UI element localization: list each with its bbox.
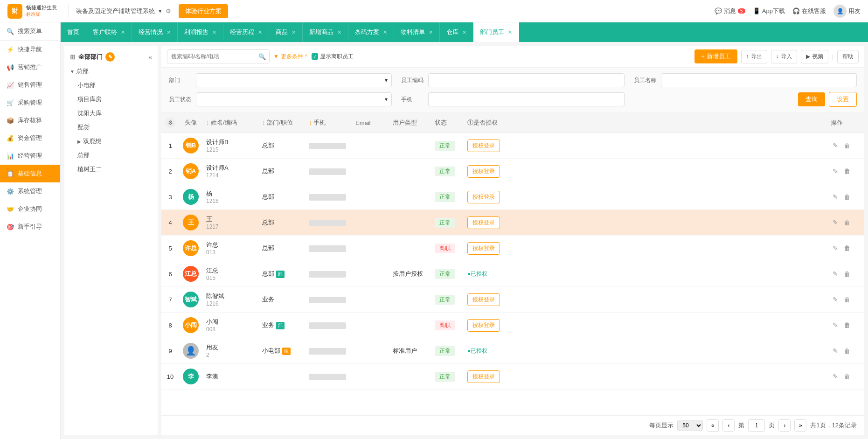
set-btn[interactable]: 设置 xyxy=(829,92,857,107)
auth-login-btn[interactable]: 授权登录 xyxy=(467,216,500,229)
gear-icon[interactable]: ⚙ xyxy=(166,7,171,14)
edit-btn[interactable]: ✎ xyxy=(831,372,840,381)
add-employee-btn[interactable]: + 新增员工 xyxy=(694,49,737,63)
last-page-btn[interactable]: » xyxy=(794,419,806,432)
delete-btn[interactable]: 🗑 xyxy=(842,244,852,253)
tab-business[interactable]: 经营情况 ✕ xyxy=(132,22,178,42)
edit-btn[interactable]: ✎ xyxy=(831,346,840,355)
auth-login-btn[interactable]: 授权登录 xyxy=(467,139,500,152)
delete-btn[interactable]: 🗑 xyxy=(842,295,852,304)
edit-btn[interactable]: ✎ xyxy=(831,244,840,253)
tab-barcode-close[interactable]: ✕ xyxy=(383,29,387,35)
message-btn[interactable]: 💬 消息 5 xyxy=(715,7,745,15)
search-input[interactable] xyxy=(167,49,270,63)
sidebar-item-inventory[interactable]: 📦 库存核算 xyxy=(0,111,60,129)
search-icon[interactable]: 🔍 xyxy=(258,53,266,60)
settings-icon[interactable]: ⚙ xyxy=(165,118,175,128)
trial-button[interactable]: 体验行业方案 xyxy=(179,4,228,18)
edit-btn[interactable]: ✎ xyxy=(831,192,840,202)
sidebar-item-collab[interactable]: 🤝 企业协同 xyxy=(0,200,60,218)
dept-item-xiaodian[interactable]: 小电部 xyxy=(64,78,158,92)
tab-staff-close[interactable]: ✕ xyxy=(508,29,512,35)
edit-btn[interactable]: ✎ xyxy=(831,167,840,176)
page-input[interactable] xyxy=(748,419,765,432)
delete-btn[interactable]: 🗑 xyxy=(842,346,852,355)
delete-btn[interactable]: 🗑 xyxy=(842,372,852,381)
app-download-btn[interactable]: 📱 App下载 xyxy=(753,7,785,15)
auth-login-btn[interactable]: 授权登录 xyxy=(467,293,500,306)
sidebar-item-shortcuts[interactable]: ⚡ 快捷导航 xyxy=(0,41,60,58)
tab-business-close[interactable]: ✕ xyxy=(167,29,171,35)
tab-addgoods-close[interactable]: ✕ xyxy=(337,29,341,35)
more-filter-btn[interactable]: ▼ 更多条件 ^ xyxy=(273,53,308,61)
tab-history-close[interactable]: ✕ xyxy=(258,29,262,35)
edit-btn[interactable]: ✎ xyxy=(831,141,840,150)
delete-btn[interactable]: 🗑 xyxy=(842,321,852,330)
edit-btn[interactable]: ✎ xyxy=(831,218,840,227)
dept-collapse-btn[interactable]: « xyxy=(149,54,152,61)
tab-history[interactable]: 经营历程 ✕ xyxy=(223,22,269,42)
dept-item-peihuo[interactable]: 配货 xyxy=(64,120,158,134)
help-btn[interactable]: 帮助 xyxy=(837,50,859,63)
first-page-btn[interactable]: « xyxy=(707,419,719,432)
tab-customer[interactable]: 客户联络 ✕ xyxy=(86,22,132,42)
dept-item-zongbu[interactable]: 总部 xyxy=(64,148,158,162)
delete-btn[interactable]: 🗑 xyxy=(842,141,852,150)
sidebar-item-marketing[interactable]: 📢 营销推广 xyxy=(0,58,60,76)
prev-page-btn[interactable]: ‹ xyxy=(722,419,735,432)
sidebar-item-finance[interactable]: 💰 资金管理 xyxy=(0,129,60,147)
delete-btn[interactable]: 🗑 xyxy=(842,218,852,227)
tab-warehouse[interactable]: 仓库 ✕ xyxy=(440,22,473,42)
delete-btn[interactable]: 🗑 xyxy=(842,167,852,176)
show-resign-checkbox[interactable]: ✓ xyxy=(312,53,318,60)
tab-goods-close[interactable]: ✕ xyxy=(292,29,296,35)
auth-login-btn[interactable]: 授权登录 xyxy=(467,319,500,332)
tab-warehouse-close[interactable]: ✕ xyxy=(462,29,466,35)
emp-name-input[interactable] xyxy=(661,73,857,87)
sidebar-item-operations[interactable]: 📊 经营管理 xyxy=(0,147,60,165)
tab-customer-close[interactable]: ✕ xyxy=(121,29,125,35)
delete-btn[interactable]: 🗑 xyxy=(842,192,852,202)
edit-btn[interactable]: ✎ xyxy=(831,321,840,330)
tab-profit[interactable]: 利润报告 ✕ xyxy=(178,22,223,42)
sidebar-item-system[interactable]: ⚙️ 系统管理 xyxy=(0,182,60,200)
tab-addgoods[interactable]: 新增商品 ✕ xyxy=(303,22,348,42)
auth-login-btn[interactable]: 授权登录 xyxy=(467,242,500,255)
import-btn[interactable]: ↓ 导入 xyxy=(771,50,797,63)
tab-home[interactable]: 首页 xyxy=(61,22,86,42)
sidebar-item-sales[interactable]: 📈 销售管理 xyxy=(0,76,60,94)
sidebar-item-guide[interactable]: 🎯 新手引导 xyxy=(0,218,60,236)
dept-item-zhishu[interactable]: 植树王二 xyxy=(64,162,158,176)
status-select[interactable]: ▾ xyxy=(196,92,392,106)
emp-code-input[interactable] xyxy=(428,73,624,87)
dept-item-project[interactable]: 项目库房 xyxy=(64,92,158,106)
user-menu[interactable]: 👤 用友 xyxy=(833,5,861,18)
dept-edit-icon[interactable]: ✎ xyxy=(105,52,115,62)
phone-input[interactable] xyxy=(428,92,624,106)
per-page-select[interactable]: 50 100 xyxy=(677,420,703,431)
sidebar-item-basicinfo[interactable]: 📋 基础信息 xyxy=(0,165,60,182)
tab-goods[interactable]: 商品 ✕ xyxy=(269,22,303,42)
tab-bom-close[interactable]: ✕ xyxy=(429,29,433,35)
view-btn[interactable]: ▶ 视频 xyxy=(801,50,828,63)
auth-login-btn[interactable]: 授权登录 xyxy=(467,165,500,178)
dept-item-shuanglu[interactable]: ▶ 双鹿想 xyxy=(64,134,158,148)
tab-profit-close[interactable]: ✕ xyxy=(212,29,216,35)
auth-login-btn[interactable]: 授权登录 xyxy=(467,191,500,203)
tab-staff[interactable]: 部门员工 ✕ xyxy=(473,22,519,42)
tab-bom[interactable]: 物料清单 ✕ xyxy=(394,22,440,42)
edit-btn[interactable]: ✎ xyxy=(831,269,840,279)
dept-select[interactable]: ▾ xyxy=(196,73,392,87)
tab-barcode[interactable]: 条码方案 ✕ xyxy=(348,22,394,42)
dept-item-head[interactable]: ▼ 总部 xyxy=(64,64,158,78)
online-service-btn[interactable]: 🎧 在线客服 xyxy=(792,7,826,15)
query-btn[interactable]: 查询 xyxy=(798,92,825,106)
delete-btn[interactable]: 🗑 xyxy=(842,269,852,279)
auth-login-btn[interactable]: 授权登录 xyxy=(467,370,500,383)
export-btn[interactable]: ↑ 导出 xyxy=(741,50,767,63)
sidebar-item-search[interactable]: 🔍 搜索菜单 xyxy=(0,22,60,41)
show-resign-wrap[interactable]: ✓ 显示离职员工 xyxy=(312,53,354,61)
edit-btn[interactable]: ✎ xyxy=(831,295,840,304)
sidebar-item-purchase[interactable]: 🛒 采购管理 xyxy=(0,94,60,111)
dept-item-shenyang[interactable]: 沈阳大库 xyxy=(64,106,158,120)
